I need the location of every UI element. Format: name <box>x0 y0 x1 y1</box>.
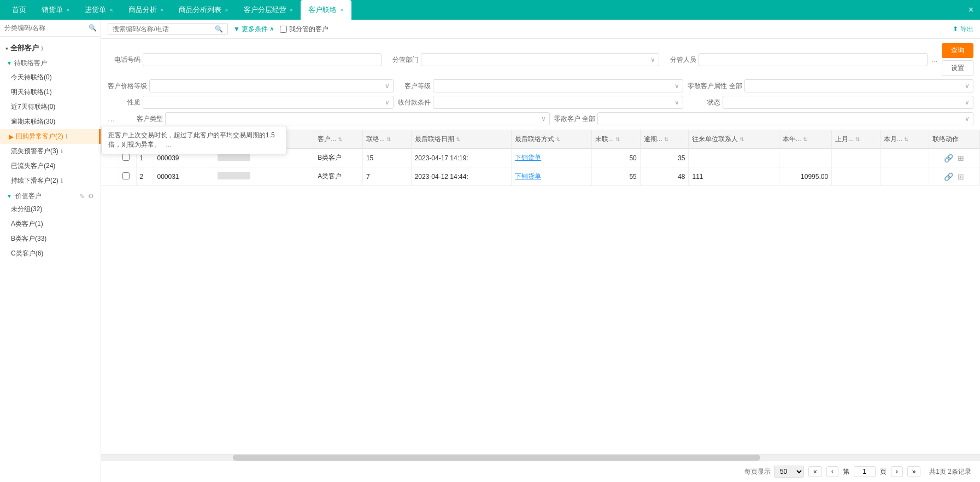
nav-sales[interactable]: 销货单 × <box>34 0 77 20</box>
nav-analysis-list[interactable]: 商品分析列表 × <box>171 0 236 20</box>
main-search-icon[interactable]: 🔍 <box>215 25 223 33</box>
nav-home[interactable]: 首页 <box>4 0 34 20</box>
filter-status-select[interactable]: ∨ <box>723 96 973 109</box>
th-contact[interactable]: 联络... ⇅ <box>362 130 411 149</box>
sidebar-item-churn-warning[interactable]: 流失预警客户(3) ℹ <box>0 144 101 159</box>
horizontal-scrollbar[interactable] <box>101 454 980 461</box>
my-customer-check[interactable] <box>280 26 287 33</box>
last-page-btn[interactable]: » <box>907 466 921 477</box>
th-last-date[interactable]: 最后联络日期 ⇅ <box>411 130 512 149</box>
adv-filter-row2: 客户价格等级 ∨ 客户等级 ∨ 零散客户属性 全部 <box>108 79 973 92</box>
close-analysis-list-tab[interactable]: × <box>225 7 228 13</box>
sidebar-item-a-class[interactable]: A类客户(1) <box>0 217 101 231</box>
value-customer-section[interactable]: ▼ 价值客户 ✎ ⚙ <box>0 188 101 202</box>
value-edit-icon[interactable]: ✎ <box>79 193 85 200</box>
filter-payment-select[interactable]: ∨ <box>433 96 684 109</box>
sidebar-search-input[interactable] <box>4 24 86 32</box>
top-nav: 首页 销货单 × 进货单 × 商品分析 × 商品分析列表 × 客户分层经营 × … <box>0 0 980 20</box>
filter-dept-select[interactable]: ∨ <box>421 53 660 66</box>
value-settings-icon[interactable]: ⚙ <box>88 193 94 200</box>
nav-purchase[interactable]: 进货单 × <box>77 0 120 20</box>
row1-checkbox[interactable] <box>122 154 130 161</box>
all-customers-header[interactable]: ▪ 全部客户 ⟩ <box>0 40 101 56</box>
pending-contact-section[interactable]: ▼ 待联络客户 <box>0 56 101 70</box>
sidebar-item-ungroup[interactable]: 未分组(32) <box>0 202 101 217</box>
sidebar-item-b-class[interactable]: B类客户(33) <box>0 231 101 246</box>
sidebar-item-7days[interactable]: 近7天待联络(0) <box>0 100 101 114</box>
filter-manager-input[interactable] <box>699 53 928 66</box>
filter-phone-input[interactable] <box>143 53 382 66</box>
nav-analysis[interactable]: 商品分析 × <box>121 0 171 20</box>
scroll-thumb[interactable] <box>233 455 760 461</box>
setting-button[interactable]: 设置 <box>942 60 973 76</box>
td-contact-1: 15 <box>362 149 411 167</box>
page-number-input[interactable] <box>854 466 876 477</box>
nav-customer-contact[interactable]: 客户联络 × <box>301 0 351 20</box>
close-all-tabs[interactable]: × <box>969 5 973 15</box>
td-type-1: B类客户 <box>314 149 363 167</box>
filter-retail-attr-label: 零散客户属性 全部 <box>688 82 742 91</box>
query-button[interactable]: 查询 <box>942 43 973 58</box>
filter-retail-select[interactable]: ∨ <box>597 112 973 125</box>
main-search-input[interactable] <box>113 25 215 33</box>
my-customer-checkbox[interactable]: 我分管的客户 <box>280 25 328 34</box>
td-this-year-1 <box>779 149 831 167</box>
row2-link-icon[interactable]: 🔗 <box>944 172 953 181</box>
last-way-link-1[interactable]: 下销货单 <box>515 154 541 161</box>
close-purchase-tab[interactable]: × <box>109 7 113 13</box>
filter-nature-select[interactable]: ∨ <box>143 96 394 109</box>
prev-page-btn[interactable]: ‹ <box>826 466 838 477</box>
collapse-icon: ⟩ <box>41 45 43 51</box>
filter-status-label: 状态 <box>688 98 720 107</box>
nav-customer-tier[interactable]: 客户分层经营 × <box>236 0 301 20</box>
filter-cust-type-select[interactable]: ∨ <box>165 112 549 125</box>
value-arrow: ▼ <box>7 193 12 199</box>
more-conditions-btn[interactable]: ▼ 更多条件 ∧ <box>233 25 274 34</box>
sidebar-item-today[interactable]: 今天待联络(0) <box>0 70 101 85</box>
page-size-select[interactable]: 50 20 100 <box>774 466 804 478</box>
page-unit: 页 <box>880 467 887 477</box>
th-last-way[interactable]: 最后联络方式 ⇅ <box>512 130 592 149</box>
close-analysis-tab[interactable]: × <box>160 7 163 13</box>
th-this-month[interactable]: 本月... ⇅ <box>880 130 929 149</box>
sidebar-item-anomaly[interactable]: ▶ 回购异常客户(2) ℹ <box>0 129 101 144</box>
th-this-year[interactable]: 本年... ⇅ <box>779 130 831 149</box>
sidebar-search-icon[interactable]: 🔍 <box>89 24 97 32</box>
next-page-btn[interactable]: › <box>891 466 903 477</box>
last-way-link-2[interactable]: 下销货单 <box>515 172 541 180</box>
row2-grid-icon[interactable]: ⊞ <box>958 172 964 181</box>
sidebar-item-tomorrow[interactable]: 明天待联络(1) <box>0 85 101 100</box>
first-page-btn[interactable]: « <box>808 466 822 477</box>
declining-info-icon: ℹ <box>61 177 63 184</box>
row1-grid-icon[interactable]: ⊞ <box>958 154 964 162</box>
manager-dots[interactable]: ... <box>932 56 937 63</box>
th-unreached[interactable]: 未联... ⇅ <box>592 130 641 149</box>
row1-actions: 🔗 ⊞ <box>932 154 976 162</box>
close-customer-contact-tab[interactable]: × <box>340 7 343 13</box>
td-this-year-2: 10995.00 <box>779 167 831 186</box>
td-last-month-1 <box>832 149 881 167</box>
filter-retail-attr-select[interactable]: ∨ <box>744 79 973 92</box>
sidebar-item-churned[interactable]: 已流失客户(24) <box>0 159 101 173</box>
sidebar-item-c-class[interactable]: C类客户(6) <box>0 246 101 261</box>
row1-link-icon[interactable]: 🔗 <box>944 154 953 162</box>
close-customer-tier-tab[interactable]: × <box>290 7 293 13</box>
row2-checkbox[interactable] <box>122 172 130 179</box>
close-sales-tab[interactable]: × <box>66 7 69 13</box>
export-button[interactable]: ⬆ 导出 <box>953 25 973 34</box>
th-unit-contact[interactable]: 往来单位联系人 ⇅ <box>689 130 779 149</box>
td-last-way-1: 下销货单 <box>512 149 592 167</box>
filter-cust-level-select[interactable]: ∨ <box>433 79 684 92</box>
th-type[interactable]: 客户... ⇅ <box>314 130 363 149</box>
filter-dots[interactable]: ... <box>108 114 115 124</box>
sidebar-item-declining[interactable]: 持续下滑客户(2) ℹ <box>0 173 101 188</box>
th-overdue[interactable]: 逾期... ⇅ <box>640 130 689 149</box>
dept-select-arrow: ∨ <box>650 56 655 63</box>
filter-price-level: 客户价格等级 ∨ <box>108 79 394 92</box>
payment-select-arrow: ∨ <box>674 98 679 106</box>
td-check-2 <box>119 167 136 186</box>
sidebar-item-overdue[interactable]: 逾期未联络(30) <box>0 114 101 129</box>
th-last-month[interactable]: 上月... ⇅ <box>832 130 881 149</box>
page-size-section: 每页显示 50 20 100 <box>744 466 804 478</box>
filter-price-level-select[interactable]: ∨ <box>149 79 394 92</box>
